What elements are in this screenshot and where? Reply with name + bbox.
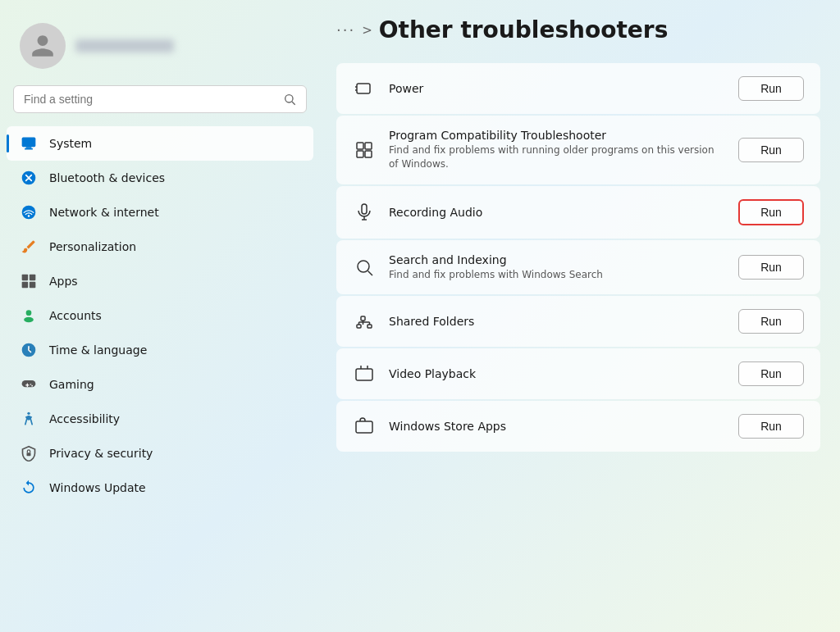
sidebar-item-label: Bluetooth & devices (49, 171, 165, 184)
shared-folders-run-button[interactable]: Run (738, 309, 804, 334)
wifi-icon (20, 203, 38, 221)
windows-store-title: Windows Store Apps (389, 420, 725, 433)
svg-point-0 (285, 95, 293, 102)
power-title: Power (389, 82, 725, 95)
search-icon (283, 93, 296, 106)
sidebar-item-system[interactable]: System (7, 126, 313, 161)
breadcrumb-chevron: > (362, 23, 372, 38)
sidebar-item-gaming[interactable]: Gaming (7, 367, 313, 402)
shared-folders-icon (353, 310, 376, 333)
power-icon (353, 77, 376, 100)
svg-rect-3 (26, 147, 32, 148)
sidebar-item-label: Personalization (49, 240, 136, 253)
troubleshooter-power: Power Run (336, 63, 820, 114)
svg-line-32 (368, 271, 373, 275)
svg-rect-40 (356, 369, 372, 380)
program-compat-title: Program Compatibility Troubleshooter (389, 129, 725, 142)
sidebar-item-network[interactable]: Network & internet (7, 195, 313, 230)
troubleshooter-search-indexing: Search and Indexing Find and fix problem… (336, 240, 820, 295)
page-title: Other troubleshooters (379, 16, 669, 43)
accounts-icon (20, 307, 38, 325)
sidebar-item-apps[interactable]: Apps (7, 264, 313, 298)
sidebar-item-label: Windows Update (49, 481, 146, 494)
svg-rect-21 (357, 84, 370, 93)
troubleshooter-video-playback: Video Playback Run (336, 348, 820, 399)
svg-point-19 (27, 412, 30, 415)
program-compat-text: Program Compatibility Troubleshooter Fin… (389, 129, 725, 171)
svg-rect-33 (361, 316, 365, 321)
video-playback-title: Video Playback (389, 367, 725, 380)
main-content: ··· > Other troubleshooters Power Run (320, 0, 840, 632)
video-playback-run-button[interactable]: Run (738, 361, 804, 386)
sidebar-item-label: Gaming (49, 378, 94, 391)
program-compat-run-button[interactable]: Run (738, 138, 804, 162)
update-icon (20, 479, 38, 497)
recording-audio-title: Recording Audio (389, 206, 725, 219)
sidebar: System Bluetooth & devices Network & int… (0, 0, 320, 632)
brush-icon (20, 238, 38, 256)
sidebar-item-label: Apps (49, 275, 78, 288)
sidebar-item-time[interactable]: Time & language (7, 333, 313, 367)
accessibility-icon (20, 410, 38, 428)
video-playback-icon (353, 362, 376, 385)
user-icon (30, 33, 56, 59)
recording-audio-icon (353, 201, 376, 224)
time-icon (20, 341, 38, 359)
troubleshooter-recording-audio: Recording Audio Run (336, 186, 820, 239)
svg-point-7 (28, 215, 30, 217)
breadcrumb: ··· > Other troubleshooters (336, 16, 820, 43)
troubleshooter-windows-store: Windows Store Apps Run (336, 401, 820, 452)
sidebar-item-bluetooth[interactable]: Bluetooth & devices (7, 161, 313, 195)
sidebar-item-label: Network & internet (49, 206, 159, 219)
windows-store-run-button[interactable]: Run (738, 414, 804, 439)
sidebar-item-label: Accounts (49, 309, 102, 322)
search-indexing-run-button[interactable]: Run (738, 255, 804, 280)
sidebar-item-label: Accessibility (49, 412, 120, 425)
bluetooth-icon (20, 169, 38, 187)
apps-icon (20, 272, 38, 290)
sidebar-item-label: Time & language (49, 343, 147, 357)
sidebar-item-label: Privacy & security (49, 447, 153, 460)
sidebar-item-accessibility[interactable]: Accessibility (7, 402, 313, 436)
recording-audio-run-button[interactable]: Run (738, 199, 804, 225)
shared-folders-text: Shared Folders (389, 315, 725, 328)
svg-rect-8 (22, 275, 29, 281)
svg-rect-11 (30, 282, 36, 289)
svg-rect-9 (30, 275, 36, 281)
svg-rect-4 (25, 148, 33, 150)
svg-rect-36 (368, 325, 372, 328)
search-indexing-icon (353, 256, 376, 279)
avatar (20, 23, 66, 69)
svg-rect-2 (22, 138, 36, 148)
gaming-icon (20, 375, 38, 393)
breadcrumb-dots: ··· (336, 21, 355, 39)
shared-folders-title: Shared Folders (389, 315, 725, 328)
sidebar-item-update[interactable]: Windows Update (7, 471, 313, 505)
troubleshooter-shared-folders: Shared Folders Run (336, 296, 820, 347)
svg-point-17 (30, 384, 32, 385)
sidebar-item-personalization[interactable]: Personalization (7, 230, 313, 264)
search-indexing-title: Search and Indexing (389, 253, 725, 266)
power-run-button[interactable]: Run (738, 76, 804, 101)
svg-point-31 (358, 261, 369, 272)
privacy-icon (20, 444, 38, 462)
svg-point-18 (31, 385, 33, 387)
troubleshooter-list: Power Run Program Compatibility Troubles… (336, 63, 820, 452)
search-indexing-desc: Find and fix problems with Windows Searc… (389, 268, 725, 282)
search-input[interactable] (24, 93, 276, 106)
sidebar-item-label: System (49, 137, 92, 150)
search-indexing-text: Search and Indexing Find and fix problem… (389, 253, 725, 282)
svg-rect-20 (27, 452, 31, 456)
user-section (7, 13, 313, 85)
search-box[interactable] (13, 85, 307, 113)
sidebar-item-privacy[interactable]: Privacy & security (7, 436, 313, 471)
svg-rect-28 (362, 204, 367, 214)
svg-rect-25 (365, 143, 372, 149)
svg-line-1 (292, 102, 295, 105)
recording-audio-text: Recording Audio (389, 206, 725, 219)
windows-store-text: Windows Store Apps (389, 420, 725, 433)
sidebar-item-accounts[interactable]: Accounts (7, 298, 313, 333)
program-compat-icon (353, 139, 376, 161)
windows-store-icon (353, 415, 376, 438)
svg-point-13 (24, 317, 34, 323)
